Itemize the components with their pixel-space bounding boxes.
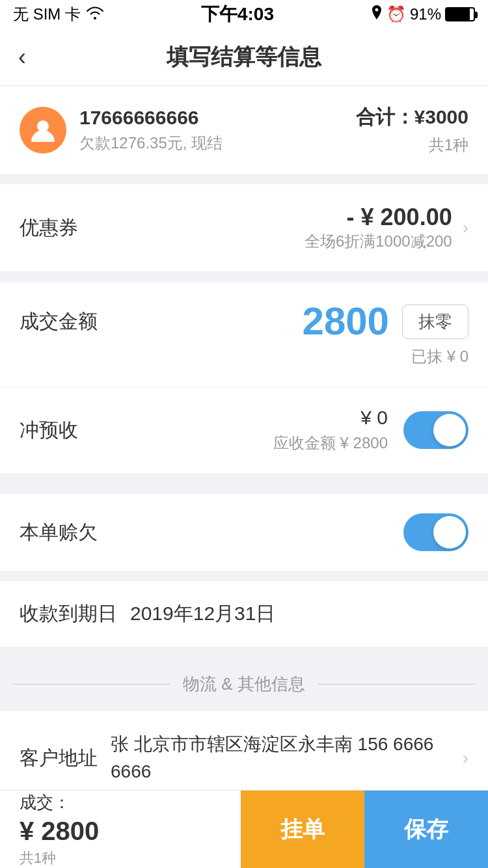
address-chevron-icon: › [463,748,468,768]
battery-icon [445,7,475,21]
bottom-deal-label: 成交： [20,791,221,814]
logistics-label: 物流 & 其他信息 [183,673,305,696]
coupon-label: 优惠券 [20,215,78,241]
content: 17666666666 欠款1276.35元, 现结 合计：¥3000 共1种 … [0,86,488,868]
alarm-icon: ⏰ [386,5,406,23]
section-divider-2 [0,473,488,483]
nav-bar: ‹ 填写结算等信息 [0,29,488,86]
user-phone: 17666666666 [79,107,223,129]
coupon-desc: 全场6折满1000减200 [305,231,452,252]
coupon-row[interactable]: 优惠券 - ¥ 200.00 全场6折满1000减200 › [0,184,488,272]
save-button[interactable]: 保存 [364,791,488,869]
status-time: 下午4:03 [201,2,274,27]
due-date-section: 收款到期日 2019年12月31日 [0,581,488,647]
deal-amount-sub: 已抹 ¥ 0 [20,346,468,367]
due-date-label: 收款到期日 [20,601,117,627]
bottom-count: 共1种 [20,848,221,868]
back-button[interactable]: ‹ [18,44,26,71]
user-card: 17666666666 欠款1276.35元, 现结 合计：¥3000 共1种 [0,86,488,174]
wifi-icon [86,5,104,23]
bottom-summary: 成交： ¥ 2800 共1种 [0,791,241,868]
deal-amount-label: 成交金额 [20,308,98,335]
due-date-value: 2019年12月31日 [130,601,275,627]
battery-percent: 91% [410,5,441,23]
address-label: 客户地址 [20,745,98,772]
location-icon [371,5,383,23]
status-right: ⏰ 91% [371,5,475,23]
round-button[interactable]: 抹零 [402,305,468,339]
section-divider-1 [0,272,488,282]
bottom-deal-amount: ¥ 2800 [20,817,221,846]
prepay-value: ¥ 0 [273,407,388,429]
page-title: 填写结算等信息 [167,42,321,72]
coupon-value: - ¥ 200.00 [305,204,452,231]
status-bar: 无 SIM 卡 下午4:03 ⏰ 91% [0,0,488,29]
status-left: 无 SIM 卡 [13,4,104,25]
bad-debt-section: 本单赊欠 [0,494,488,571]
coupon-chevron-icon: › [463,217,468,238]
prepay-toggle[interactable] [403,411,468,449]
total-amount: 合计：¥3000 [356,104,468,131]
total-count: 共1种 [356,135,468,156]
deal-amount-section: 成交金额 2800 抹零 已抹 ¥ 0 [0,282,488,387]
hold-button[interactable]: 挂单 [241,791,364,869]
bad-debt-label: 本单赊欠 [20,519,98,546]
deal-amount-value: 2800 [303,302,389,341]
prepay-sub: 应收金额 ¥ 2800 [273,433,388,454]
toggle-knob [433,414,466,446]
user-debt: 欠款1276.35元, 现结 [79,133,223,154]
address-value: 张 北京市市辖区海淀区永丰南 156 6666 6666 [98,731,463,785]
sim-text: 无 SIM 卡 [13,4,81,25]
bottom-bar: 成交： ¥ 2800 共1种 挂单 保存 [0,790,488,868]
bad-debt-toggle[interactable] [403,513,468,551]
prepay-label: 冲预收 [20,417,78,444]
prepay-section: 冲预收 ¥ 0 应收金额 ¥ 2800 [0,387,488,473]
avatar [20,107,66,154]
logistics-divider: 物流 & 其他信息 [0,657,488,711]
bad-debt-toggle-knob [433,516,466,549]
